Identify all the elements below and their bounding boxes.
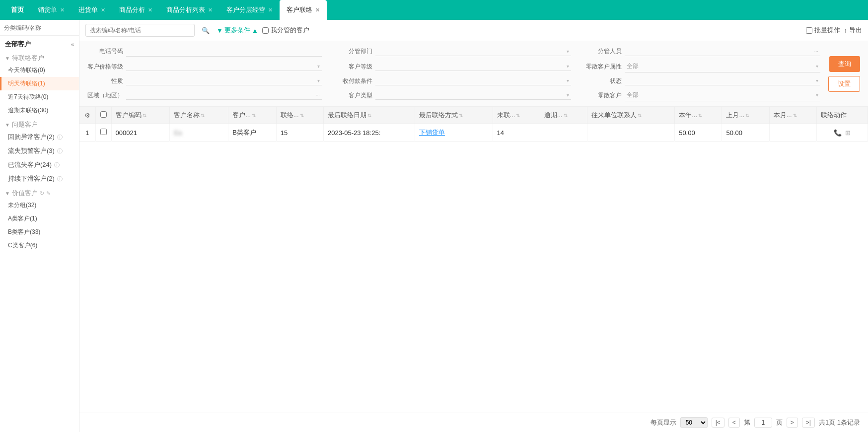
next-page-btn[interactable]: >: [787, 418, 798, 428]
ellipsis-icon-2: ···: [316, 92, 320, 98]
nav-tab-3[interactable]: 商品分析列表 ✕: [159, 0, 219, 20]
col-last-month[interactable]: 上月...⇅: [722, 107, 769, 124]
close-tab-2-icon[interactable]: ✕: [148, 7, 152, 13]
filter-cell-customer-type: 客户类型 ▾: [337, 91, 571, 100]
edit-icon[interactable]: ✎: [46, 190, 51, 197]
nav-tab-1[interactable]: 进货单 ✕: [72, 0, 112, 20]
filter-select-manager[interactable]: ···: [625, 47, 820, 56]
query-button[interactable]: 查询: [829, 56, 860, 72]
col-name[interactable]: 客户名称⇅: [170, 107, 228, 124]
total-label: 共1页 1条记录: [819, 418, 860, 427]
sidebar-item-today-pending[interactable]: 今天待联络(0): [0, 64, 79, 77]
filter-select-region[interactable]: ···: [126, 91, 322, 100]
close-tab-4-icon[interactable]: ✕: [268, 7, 273, 13]
sidebar-item-churned[interactable]: 已流失客户(24) ⓘ: [0, 158, 79, 172]
nav-tab-0[interactable]: 销货单 ✕: [31, 0, 72, 20]
sidebar-item-churn-warning[interactable]: 流失预警客户(3) ⓘ: [0, 144, 79, 158]
chevron-down-icon-3: ▾: [567, 64, 569, 69]
phone-icon[interactable]: 📞: [834, 129, 842, 137]
my-customers-checkbox[interactable]: 我分管的客户: [262, 26, 309, 35]
filter-select-retail-customer[interactable]: 全部 ▾: [625, 89, 820, 101]
sidebar-item-tomorrow-pending[interactable]: 明天待联络(1): [0, 77, 79, 90]
nav-home[interactable]: 首页: [4, 0, 31, 20]
filter-toolbar: 🔍 ▼ 更多条件 ▲ 我分管的客户 批量操作 ↑ 导出: [79, 20, 868, 41]
batch-op-btn[interactable]: 批量操作: [806, 26, 840, 35]
close-tab-3-icon[interactable]: ✕: [208, 7, 213, 13]
table-wrapper: ⚙ 客户编码⇅ 客户名称⇅ 客户...⇅ 联络...⇅ 最后联络日期⇅ 最后联络…: [79, 107, 868, 413]
col-contact[interactable]: 联络...⇅: [276, 107, 323, 124]
col-action: 联络动作: [816, 107, 868, 124]
col-type[interactable]: 客户...⇅: [228, 107, 277, 124]
filter-select-price-level[interactable]: ▾: [126, 62, 322, 71]
filter-row-4: 区域（地区） ··· 客户类型 ▾: [87, 89, 820, 101]
my-customers-check[interactable]: [262, 27, 269, 34]
col-code[interactable]: 客户编码⇅: [111, 107, 170, 124]
col-settings[interactable]: ⚙: [79, 107, 95, 124]
filter-select-customer-level[interactable]: ▾: [375, 62, 571, 71]
close-tab-5-icon[interactable]: ✕: [315, 7, 320, 13]
sidebar-item-7days-pending[interactable]: 近7天待联络(0): [0, 90, 79, 104]
search-input[interactable]: [85, 24, 195, 37]
filter-label-status: 状态: [586, 77, 622, 85]
filter-label-retail-attr: 零散客户属性: [586, 63, 622, 71]
first-page-btn[interactable]: |<: [712, 418, 724, 428]
grid-icon[interactable]: ⊞: [845, 129, 851, 137]
close-tab-0-icon[interactable]: ✕: [60, 7, 65, 13]
nav-tab-5[interactable]: 客户联络 ✕: [280, 0, 327, 20]
col-last-method[interactable]: 最后联络方式⇅: [415, 107, 493, 124]
col-not-contacted[interactable]: 未联...⇅: [493, 107, 540, 124]
sidebar-item-repurchase-abnormal[interactable]: 回购异常客户(2) ⓘ: [0, 130, 79, 144]
filter-label-manager: 分管人员: [586, 47, 622, 56]
sort-icon-2: ⇅: [201, 113, 205, 118]
export-btn[interactable]: ↑ 导出: [844, 26, 863, 35]
filter-select-customer-type[interactable]: ▾: [375, 91, 571, 100]
sidebar: 🔍 全部客户 « ▼ 待联络客户 今天待联络(0) 明天待联络(1) 近7天待联…: [0, 20, 79, 432]
col-last-date[interactable]: 最后联络日期⇅: [324, 107, 415, 124]
refresh-icon[interactable]: ↻: [40, 190, 44, 197]
col-this-month[interactable]: 本月...⇅: [769, 107, 816, 124]
last-page-btn[interactable]: >|: [802, 418, 815, 428]
col-overdue[interactable]: 逾期...⇅: [540, 107, 587, 124]
batch-op-check[interactable]: [806, 27, 812, 34]
cell-not-contacted: 14: [493, 124, 540, 142]
sidebar-item-type-c[interactable]: C类客户(6): [0, 239, 79, 252]
filter-select-retail-attr[interactable]: 全部 ▾: [625, 61, 820, 72]
prev-page-btn[interactable]: <: [728, 418, 740, 428]
cell-last-method[interactable]: 下销货单: [415, 124, 493, 142]
filter-row-2: 客户价格等级 ▾ 客户等级 ▾: [87, 61, 820, 72]
filter-cell-manager: 分管人员 ···: [586, 47, 820, 56]
sidebar-item-type-a[interactable]: A类客户(1): [0, 212, 79, 225]
filter-select-nature[interactable]: ▾: [126, 76, 322, 85]
more-conditions-btn[interactable]: ▼ 更多条件 ▲: [217, 26, 258, 35]
sidebar-item-type-b[interactable]: B类客户(33): [0, 225, 79, 239]
set-button[interactable]: 设置: [828, 76, 860, 92]
row-checkbox[interactable]: [100, 129, 107, 135]
filter-select-dept[interactable]: ▾: [375, 47, 571, 56]
col-unit-contact[interactable]: 往来单位联系人⇅: [587, 107, 675, 124]
filter-label-customer-level: 客户等级: [337, 63, 372, 71]
nav-tab-2[interactable]: 商品分析 ✕: [112, 0, 159, 20]
per-page-select[interactable]: 50 100 200: [680, 417, 708, 428]
filter-label-nature: 性质: [87, 77, 123, 85]
filter-cell-region: 区域（地区） ···: [87, 91, 322, 100]
sidebar-item-declining[interactable]: 持续下滑客户(2) ⓘ: [0, 172, 79, 186]
sidebar-item-ungrouped[interactable]: 未分组(32): [0, 199, 79, 212]
cell-code: 000021: [111, 124, 170, 142]
filter-select-payment[interactable]: ▾: [375, 76, 571, 85]
nav-tab-4[interactable]: 客户分层经营 ✕: [219, 0, 280, 20]
chevron-down-icon-7: ▾: [816, 78, 818, 83]
sidebar-search-input[interactable]: [4, 24, 78, 31]
cell-name: Ea: [170, 124, 228, 142]
page-number-input[interactable]: 1: [754, 418, 772, 428]
select-all-checkbox[interactable]: [100, 111, 107, 118]
filter-input-phone[interactable]: [126, 46, 322, 57]
sidebar-item-overdue-pending[interactable]: 逾期未联络(30): [0, 104, 79, 117]
all-customers-header[interactable]: 全部客户 «: [0, 36, 79, 51]
col-this-year[interactable]: 本年...⇅: [675, 107, 722, 124]
chevron-down-icon-8: ▾: [567, 92, 569, 98]
sort-icon-4: ⇅: [300, 113, 304, 118]
filter-select-status[interactable]: ▾: [625, 76, 820, 85]
problem-group-label: ▼ 问题客户: [0, 117, 79, 130]
close-tab-1-icon[interactable]: ✕: [101, 7, 105, 13]
search-icon[interactable]: 🔍: [199, 25, 213, 36]
